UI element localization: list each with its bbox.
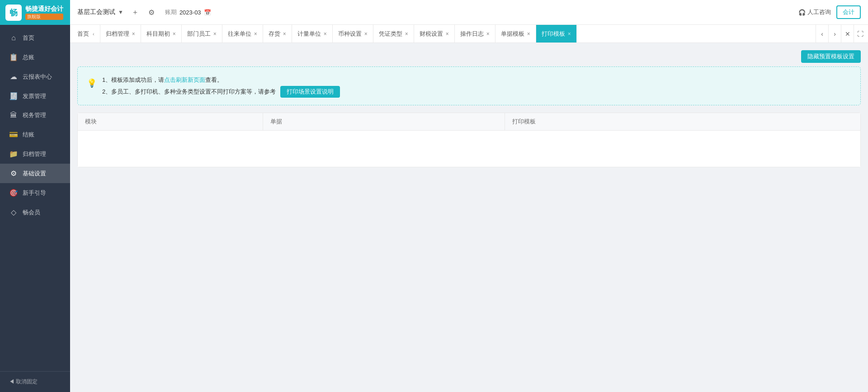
tab-next-button[interactable]: › bbox=[828, 25, 841, 43]
period-label: 账期 bbox=[165, 8, 177, 16]
sidebar-item-member[interactable]: ◇ 畅会员 bbox=[0, 203, 70, 222]
sidebar-label-settle: 结账 bbox=[23, 131, 34, 139]
tab-label-stock: 存货 bbox=[269, 30, 280, 38]
tab-partner[interactable]: 往来单位 × bbox=[222, 25, 263, 43]
company-chevron-icon: ▼ bbox=[118, 9, 123, 15]
hide-preview-button[interactable]: 隐藏预置模板设置 bbox=[801, 50, 861, 63]
notice-refresh-link[interactable]: 点击刷新新页面 bbox=[164, 76, 205, 83]
tab-subject[interactable]: 科目期初 × bbox=[141, 25, 182, 43]
tab-printtemplate[interactable]: 打印模板 × bbox=[536, 25, 577, 43]
settle-icon: 💳 bbox=[9, 130, 18, 139]
tab-singletemplate[interactable]: 单据模板 × bbox=[495, 25, 536, 43]
notice-line2: 2、多员工、多打印机、多种业务类型设置不同打印方案等，请参考 打印场景设置说明 bbox=[102, 86, 851, 98]
sidebar-label-archive: 归档管理 bbox=[23, 150, 46, 158]
tab-archive[interactable]: 归档管理 × bbox=[100, 25, 141, 43]
sidebar-label-settings: 基础设置 bbox=[23, 170, 46, 178]
tab-close-voucher[interactable]: × bbox=[405, 31, 408, 37]
sidebar-nav: ⌂ 首页 📋 总账 ☁ 云报表中心 🧾 发票管理 🏛 税务管理 💳 结账 📁 归… bbox=[0, 25, 70, 371]
company-selector[interactable]: 基层工会测试 ▼ bbox=[77, 8, 123, 16]
sidebar-item-reports[interactable]: ☁ 云报表中心 bbox=[0, 67, 70, 86]
sidebar-item-invoice[interactable]: 🧾 发票管理 bbox=[0, 86, 70, 106]
settings-icon: ⚙ bbox=[9, 169, 18, 178]
tab-close-printtemplate[interactable]: × bbox=[568, 31, 571, 37]
tab-close-currency[interactable]: × bbox=[364, 31, 368, 37]
sidebar-item-ledger[interactable]: 📋 总账 bbox=[0, 47, 70, 67]
sidebar-label-member: 畅会员 bbox=[23, 208, 40, 217]
tab-close-stock[interactable]: × bbox=[283, 31, 286, 37]
sidebar-item-home[interactable]: ⌂ 首页 bbox=[0, 28, 70, 47]
tab-label-currency: 币种设置 bbox=[338, 30, 362, 38]
account-button[interactable]: 会计 bbox=[836, 5, 861, 19]
tab-label-dept: 部门员工 bbox=[187, 30, 211, 38]
headset-icon: 🎧 bbox=[798, 9, 806, 16]
company-name: 基层工会测试 bbox=[77, 8, 115, 16]
tab-prev-button[interactable]: ‹ bbox=[816, 25, 828, 43]
tab-label-taxsetting: 财税设置 bbox=[420, 30, 443, 38]
member-icon: ◇ bbox=[9, 208, 18, 217]
tab-label-singletemplate: 单据模板 bbox=[501, 30, 524, 38]
guide-icon: 🎯 bbox=[9, 189, 18, 197]
add-tab-button[interactable]: ＋ bbox=[129, 6, 142, 19]
tab-unit[interactable]: 计量单位 × bbox=[292, 25, 333, 43]
notice-line1-post: 查看。 bbox=[205, 76, 223, 83]
sidebar-label-tax: 税务管理 bbox=[23, 111, 46, 119]
data-table: 模块 单据 打印模板 bbox=[77, 113, 861, 167]
sidebar-logo: 畅 畅捷通好会计 旗舰版 bbox=[0, 0, 70, 25]
tab-currency[interactable]: 币种设置 × bbox=[333, 25, 373, 43]
sidebar-item-archive[interactable]: 📁 归档管理 bbox=[0, 144, 70, 164]
invoice-icon: 🧾 bbox=[9, 92, 18, 100]
sidebar-label-home: 首页 bbox=[23, 34, 34, 42]
tab-close-button[interactable]: ✕ bbox=[841, 25, 854, 43]
sidebar-footer[interactable]: ◀ 取消固定 bbox=[0, 371, 70, 392]
settings-icon[interactable]: ⚙ bbox=[145, 6, 158, 19]
content-header: 隐藏预置模板设置 bbox=[77, 50, 861, 63]
calendar-icon[interactable]: 📅 bbox=[204, 9, 211, 16]
tab-home[interactable]: 首页 ‹ bbox=[72, 25, 100, 43]
tab-close-archive[interactable]: × bbox=[132, 31, 135, 37]
sidebar-label-invoice: 发票管理 bbox=[23, 92, 46, 100]
logo-subtitle: 旗舰版 bbox=[25, 14, 63, 20]
period-value: 2023-03 bbox=[179, 9, 201, 16]
support-button[interactable]: 🎧 人工咨询 bbox=[798, 8, 831, 16]
content-area: 隐藏预置模板设置 💡 1、模板添加成功后，请点击刷新新页面查看。 2、多员工、多… bbox=[70, 43, 868, 392]
logo-text: 畅捷通好会计 旗舰版 bbox=[25, 5, 63, 20]
tab-close-partner[interactable]: × bbox=[254, 31, 257, 37]
notice-line1: 1、模板添加成功后，请点击刷新新页面查看。 bbox=[102, 74, 851, 86]
sidebar-label-reports: 云报表中心 bbox=[23, 73, 52, 81]
tab-close-singletemplate[interactable]: × bbox=[527, 31, 530, 37]
archive-icon: 📁 bbox=[9, 150, 18, 158]
sidebar-item-settle[interactable]: 💳 结账 bbox=[0, 125, 70, 144]
tab-label-printtemplate: 打印模板 bbox=[542, 30, 565, 38]
table-header: 模块 单据 打印模板 bbox=[78, 113, 860, 131]
tab-dept[interactable]: 部门员工 × bbox=[182, 25, 222, 43]
tab-stock[interactable]: 存货 × bbox=[263, 25, 292, 43]
notice-bulb-icon: 💡 bbox=[87, 75, 97, 91]
tab-label-unit: 计量单位 bbox=[297, 30, 321, 38]
tab-maximize-button[interactable]: ⛶ bbox=[854, 25, 866, 43]
support-label: 人工咨询 bbox=[807, 8, 831, 16]
print-scene-button[interactable]: 打印场景设置说明 bbox=[280, 86, 340, 98]
tab-voucher[interactable]: 凭证类型 × bbox=[373, 25, 414, 43]
tab-home-chevron: ‹ bbox=[93, 31, 94, 37]
sidebar-item-guide[interactable]: 🎯 新手引导 bbox=[0, 183, 70, 203]
tab-oplog[interactable]: 操作日志 × bbox=[455, 25, 495, 43]
tab-close-dept[interactable]: × bbox=[213, 31, 217, 37]
header-right: 🎧 人工咨询 会计 bbox=[798, 5, 861, 19]
tab-taxsetting[interactable]: 财税设置 × bbox=[414, 25, 455, 43]
tab-label-partner: 往来单位 bbox=[228, 30, 251, 38]
sidebar-label-guide: 新手引导 bbox=[23, 189, 46, 197]
tab-label-voucher: 凭证类型 bbox=[379, 30, 402, 38]
tax-icon: 🏛 bbox=[9, 111, 18, 119]
tab-close-taxsetting[interactable]: × bbox=[446, 31, 449, 37]
sidebar: 畅 畅捷通好会计 旗舰版 ⌂ 首页 📋 总账 ☁ 云报表中心 🧾 发票管理 🏛 … bbox=[0, 0, 70, 392]
tab-close-oplog[interactable]: × bbox=[486, 31, 490, 37]
top-header: 基层工会测试 ▼ ＋ ⚙ 账期 2023-03 📅 🎧 人工咨询 会计 bbox=[70, 0, 868, 25]
tab-close-unit[interactable]: × bbox=[324, 31, 327, 37]
tab-close-subject[interactable]: × bbox=[173, 31, 176, 37]
col-template: 打印模板 bbox=[505, 113, 860, 130]
sidebar-item-tax[interactable]: 🏛 税务管理 bbox=[0, 106, 70, 125]
sidebar-label-ledger: 总账 bbox=[23, 53, 34, 61]
notice-line2-pre: 2、多员工、多打印机、多种业务类型设置不同打印方案等，请参考 bbox=[102, 88, 276, 95]
table-body bbox=[78, 131, 860, 167]
sidebar-item-settings[interactable]: ⚙ 基础设置 bbox=[0, 164, 70, 183]
